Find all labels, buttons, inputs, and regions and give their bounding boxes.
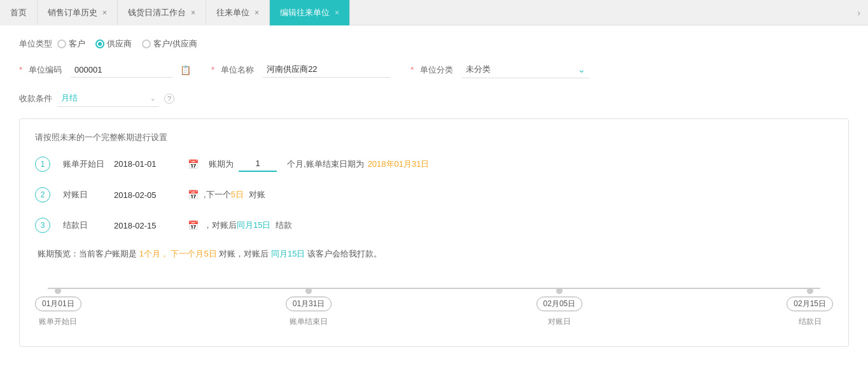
radio-both-circle — [142, 39, 151, 48]
timeline: 01月01日 账单开始日 01月31日 账单结束日 02月05日 对账日 02月… — [35, 275, 833, 334]
step-2-desc-prefix: ,下一个 — [204, 189, 231, 201]
step-1-calendar[interactable]: 📅 — [188, 159, 199, 169]
step-2-highlight: 5日 — [231, 189, 244, 201]
payment-value: 月结 — [61, 92, 145, 104]
unit-code-input[interactable] — [71, 62, 172, 78]
unit-code-star: * — [19, 65, 22, 74]
step-2-num: 2 — [35, 187, 50, 202]
step-2-row: 2 对账日 2018-02-05 📅 ,下一个 5日 对账 — [35, 187, 833, 202]
payment-label: 收款条件 — [19, 93, 52, 104]
unit-name-star: * — [211, 65, 214, 74]
radio-supplier-circle — [95, 39, 104, 48]
unit-category-arrow: ⌄ — [578, 64, 585, 74]
tab-home[interactable]: 首页 — [0, 0, 38, 25]
radio-customer[interactable]: 客户 — [57, 38, 85, 50]
timeline-label-2: 对账日 — [548, 316, 571, 327]
timeline-dot-1 — [305, 288, 312, 294]
tab-partner[interactable]: 往来单位 × — [206, 0, 270, 25]
step-3-desc-suffix: 结款 — [276, 220, 292, 231]
step-3-date: 2018-02-15 — [114, 221, 184, 230]
tab-cash-work-label: 钱货日清工作台 — [128, 7, 186, 18]
step-3-row: 3 结款日 2018-02-15 📅 ，对账后 同月15日 结款 — [35, 218, 833, 233]
timeline-point-1: 01月31日 账单结束日 — [286, 288, 332, 327]
preview-part1: 1个月， — [139, 249, 169, 258]
tab-sales-history-label: 销售订单历史 — [48, 7, 97, 18]
timeline-point-0: 01月01日 账单开始日 — [35, 288, 81, 327]
step-1-label: 账单开始日 — [63, 158, 114, 170]
timeline-label-0: 账单开始日 — [39, 316, 77, 327]
step-3-desc-prefix: ，对账后 — [204, 220, 237, 231]
preview-part3: 同月15日 — [271, 249, 305, 258]
radio-supplier-label: 供应商 — [107, 38, 132, 50]
unit-code-group: * 单位编码 📋 — [19, 62, 191, 78]
unit-category-dropdown[interactable]: 未分类 ⌄ — [462, 61, 589, 78]
unit-type-label: 单位类型 — [19, 38, 52, 50]
unit-name-input[interactable] — [263, 62, 390, 78]
unit-code-label: 单位编码 — [29, 64, 62, 76]
radio-supplier[interactable]: 供应商 — [95, 38, 132, 50]
timeline-point-3: 02月15日 结款日 — [787, 288, 833, 327]
timeline-date-0: 01月01日 — [35, 297, 81, 311]
timeline-label-3: 结款日 — [799, 316, 822, 327]
unit-category-group: * 单位分类 未分类 ⌄ — [410, 61, 589, 78]
unit-name-group: * 单位名称 — [211, 62, 390, 78]
tab-edit-partner-close[interactable]: × — [335, 8, 339, 17]
timeline-points: 01月01日 账单开始日 01月31日 账单结束日 02月05日 对账日 02月… — [35, 288, 833, 327]
tab-partner-label: 往来单位 — [216, 7, 249, 18]
tab-cash-work-close[interactable]: × — [191, 8, 195, 17]
timeline-point-2: 02月05日 对账日 — [536, 288, 583, 327]
unit-info-row: * 单位编码 📋 * 单位名称 * 单位分类 未分类 ⌄ — [19, 61, 849, 78]
preview-label: 账期预览：当前客户账期是 — [38, 249, 137, 258]
step-1-period-input[interactable] — [239, 156, 277, 172]
tab-sales-history[interactable]: 销售订单历史 × — [38, 0, 118, 25]
tab-edit-partner[interactable]: 编辑往来单位 × — [270, 0, 350, 25]
unit-category-star: * — [410, 65, 414, 74]
tab-cash-work[interactable]: 钱货日清工作台 × — [118, 0, 206, 25]
radio-both[interactable]: 客户/供应商 — [142, 38, 197, 50]
step-2-label: 对账日 — [63, 189, 114, 201]
step-1-period-unit: 个月,账单结束日期为 — [287, 158, 364, 170]
timeline-date-3: 02月15日 — [787, 297, 833, 311]
section-title: 请按照未来的一个完整帐期进行设置 — [35, 132, 833, 143]
tab-expand-icon[interactable]: › — [850, 8, 868, 18]
tab-home-label: 首页 — [10, 7, 27, 18]
radio-group: 客户 供应商 客户/供应商 — [57, 38, 197, 50]
radio-both-label: 客户/供应商 — [153, 38, 197, 50]
unit-category-value: 未分类 — [466, 64, 573, 75]
preview-part2: 下一个月5日 — [171, 249, 216, 258]
preview-end: 该客户会给我打款。 — [307, 249, 382, 258]
timeline-dot-0 — [55, 288, 61, 294]
payment-dropdown-arrow: ⌄ — [150, 95, 155, 102]
step-1-date: 2018-01-01 — [114, 159, 184, 169]
unit-type-row: 单位类型 客户 供应商 客户/供应商 — [19, 38, 849, 50]
tab-sales-history-close[interactable]: × — [102, 8, 107, 17]
tab-partner-close[interactable]: × — [255, 8, 259, 17]
payment-row: 收款条件 月结 ⌄ ? — [19, 90, 849, 107]
timeline-date-2: 02月05日 — [536, 297, 583, 311]
step-1-period-label: 账期为 — [209, 158, 234, 170]
radio-customer-label: 客户 — [69, 38, 85, 50]
payment-help-icon[interactable]: ? — [164, 94, 174, 104]
step-1-num: 1 — [35, 157, 50, 172]
step-1-period-end: 2018年01月31日 — [368, 158, 430, 170]
timeline-date-1: 01月31日 — [286, 297, 332, 311]
step-2-date: 2018-02-05 — [114, 190, 184, 200]
unit-code-icon[interactable]: 📋 — [180, 65, 191, 75]
step-3-label: 结款日 — [63, 220, 114, 231]
section-box: 请按照未来的一个完整帐期进行设置 1 账单开始日 2018-01-01 📅 账期… — [19, 118, 849, 347]
unit-category-label: 单位分类 — [420, 64, 453, 76]
payment-dropdown[interactable]: 月结 ⌄ — [57, 90, 159, 107]
preview-text: 账期预览：当前客户账期是 1个月， 下一个月5日 对账，对账后 同月15日 该客… — [35, 248, 833, 260]
timeline-label-1: 账单结束日 — [290, 316, 328, 327]
step-3-calendar[interactable]: 📅 — [188, 220, 199, 230]
step-1-row: 1 账单开始日 2018-01-01 📅 账期为 个月,账单结束日期为 2018… — [35, 156, 833, 172]
tab-edit-partner-label: 编辑往来单位 — [280, 7, 330, 18]
tab-bar: 首页 销售订单历史 × 钱货日清工作台 × 往来单位 × 编辑往来单位 × › — [0, 0, 868, 25]
main-content: 单位类型 客户 供应商 客户/供应商 * 单位编码 📋 * 单位名称 — [0, 25, 868, 387]
timeline-dot-2 — [556, 288, 563, 294]
step-3-highlight: 同月15日 — [237, 220, 270, 231]
step-2-calendar[interactable]: 📅 — [188, 190, 199, 200]
step-3-num: 3 — [35, 218, 50, 233]
unit-name-label: 单位名称 — [221, 64, 254, 76]
step-2-desc-suffix: 对账 — [249, 189, 265, 201]
